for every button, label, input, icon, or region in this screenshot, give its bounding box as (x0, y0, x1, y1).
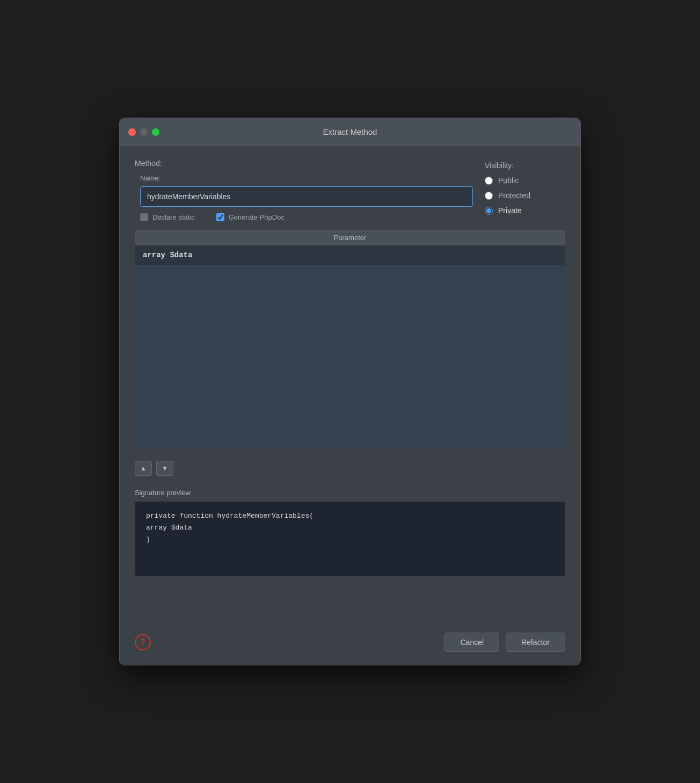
generate-phpdoc-text: Generate PhpDoc (229, 213, 285, 221)
method-label: Method: (135, 159, 485, 168)
method-section: Method: Name: Declare static Generate Ph… (135, 159, 485, 221)
signature-section: Signature preview private function hydra… (135, 489, 565, 576)
parameter-empty-area (135, 265, 565, 448)
refactor-button[interactable]: Refactor (506, 633, 565, 652)
move-buttons: ▲ ▼ (135, 456, 565, 480)
signature-line-2: array $data (146, 522, 554, 534)
parameter-section: Parameter array $data (135, 230, 565, 448)
top-section: Method: Name: Declare static Generate Ph… (135, 159, 565, 221)
dialog-content: Method: Name: Declare static Generate Ph… (120, 146, 580, 624)
radio-public-input[interactable] (485, 177, 493, 185)
footer-buttons: Cancel Refactor (444, 633, 565, 652)
generate-phpdoc-label[interactable]: Generate PhpDoc (216, 213, 285, 221)
name-label: Name: (140, 174, 485, 182)
radio-private[interactable]: Private (485, 206, 565, 215)
checkboxes-row: Declare static Generate PhpDoc (140, 213, 485, 221)
dialog-title: Extract Method (323, 127, 377, 136)
visibility-label: Visibility: (485, 161, 565, 170)
radio-protected[interactable]: Protected (485, 191, 565, 200)
signature-line-3: ) (146, 534, 554, 546)
declare-static-checkbox[interactable] (140, 213, 148, 221)
minimize-button[interactable] (140, 128, 148, 136)
signature-label: Signature preview (135, 489, 565, 497)
radio-protected-input[interactable] (485, 192, 493, 200)
radio-public[interactable]: Public (485, 176, 565, 185)
move-down-button[interactable]: ▼ (156, 461, 173, 476)
signature-preview: private function hydrateMemberVariables(… (135, 501, 565, 576)
radio-private-label: Private (498, 206, 522, 215)
title-bar-buttons (128, 128, 159, 136)
radio-protected-label: Protected (498, 191, 530, 200)
declare-static-text: Declare static (152, 213, 195, 221)
title-bar: Extract Method (120, 118, 580, 146)
method-name-input[interactable] (140, 186, 473, 207)
parameter-row: array $data (135, 245, 565, 265)
close-button[interactable] (128, 128, 136, 136)
parameter-header: Parameter (135, 230, 565, 245)
cancel-button[interactable]: Cancel (444, 633, 499, 652)
maximize-button[interactable] (152, 128, 159, 136)
dialog-window: Extract Method Method: Name: Declare sta… (119, 118, 581, 665)
radio-private-input[interactable] (485, 207, 493, 215)
radio-public-label: Public (498, 176, 519, 185)
footer: ? Cancel Refactor (120, 624, 580, 665)
help-button[interactable]: ? (135, 634, 151, 650)
move-up-button[interactable]: ▲ (135, 461, 152, 476)
visibility-section: Visibility: Public Protected Private (485, 159, 565, 215)
generate-phpdoc-checkbox[interactable] (216, 213, 224, 221)
declare-static-label[interactable]: Declare static (140, 213, 195, 221)
signature-line-1: private function hydrateMemberVariables( (146, 510, 554, 522)
